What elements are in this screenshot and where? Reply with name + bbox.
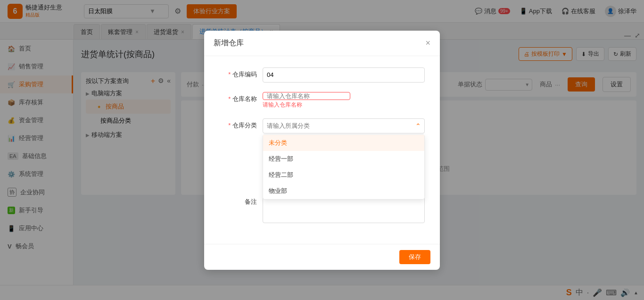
- modal-title: 新增仓库: [214, 38, 244, 48]
- code-input[interactable]: [263, 67, 425, 83]
- dropdown-item-property[interactable]: 物业部: [263, 183, 424, 199]
- modal-footer: 保存: [204, 244, 440, 270]
- modal-body: 仓库编码 仓库名称 请输入仓库名称 仓库分类 ⌃: [204, 56, 440, 244]
- dropdown-item-ops1[interactable]: 经营一部: [263, 151, 424, 167]
- modal-header: 新增仓库 ×: [204, 31, 440, 56]
- form-row-name: 仓库名称 请输入仓库名称: [219, 92, 425, 109]
- note-label: 备注: [219, 195, 257, 206]
- dropdown-item-unclassified[interactable]: 未分类: [263, 135, 424, 151]
- modal-new-warehouse: 新增仓库 × 仓库编码 仓库名称 请输入仓库名称: [204, 31, 440, 270]
- name-input[interactable]: [263, 92, 350, 100]
- name-error-msg: 请输入仓库名称: [263, 101, 350, 109]
- category-label: 仓库分类: [219, 118, 257, 130]
- code-label: 仓库编码: [219, 67, 257, 79]
- category-input[interactable]: [263, 118, 425, 133]
- dropdown-item-ops2[interactable]: 经营二部: [263, 167, 424, 183]
- category-dropdown-menu: 未分类 经营一部 经营二部 物业部: [263, 134, 425, 200]
- form-row-code: 仓库编码: [219, 67, 425, 83]
- name-label: 仓库名称: [219, 92, 257, 103]
- category-dropdown-wrapper[interactable]: ⌃ 未分类 经营一部 经营二部 物业部: [263, 118, 425, 133]
- modal-overlay[interactable]: 新增仓库 × 仓库编码 仓库名称 请输入仓库名称: [0, 0, 644, 300]
- form-row-category: 仓库分类 ⌃ 未分类 经营一部 经营二部 物业部: [219, 118, 425, 133]
- save-button[interactable]: 保存: [399, 250, 430, 264]
- modal-close-button[interactable]: ×: [425, 38, 430, 48]
- name-field-group: 请输入仓库名称: [263, 92, 350, 109]
- dropdown-arrow-icon: ⌃: [415, 122, 421, 130]
